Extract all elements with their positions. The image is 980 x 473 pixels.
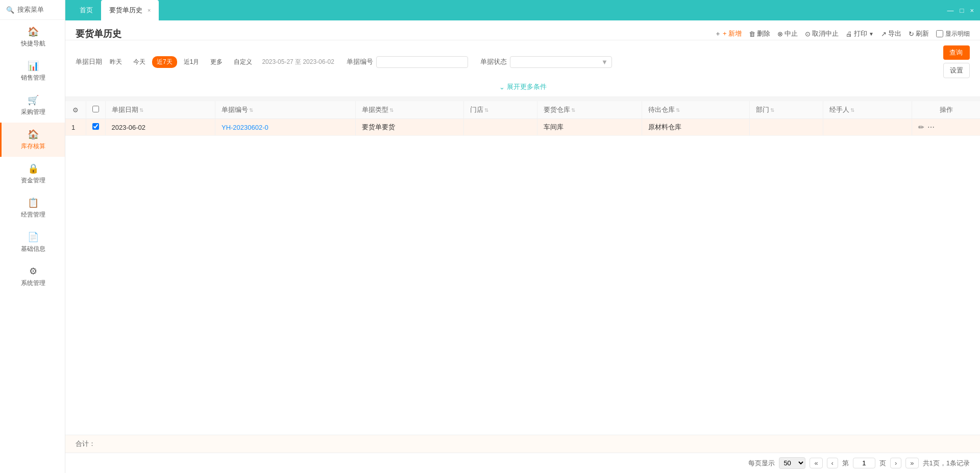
sidebar-item-basic-info[interactable]: 📄 基础信息 <box>0 225 65 259</box>
new-button[interactable]: ＋ + 新增 <box>715 29 742 38</box>
stop-button[interactable]: ⊗ 中止 <box>777 29 798 38</box>
sort-icon-handler[interactable]: ⇅ <box>850 107 854 113</box>
sidebar: 🔍 搜索菜单 🏠 快捷导航📊 销售管理🛒 采购管理🏠 库存核算🔒 资金管理📋 经… <box>0 0 65 473</box>
table-row[interactable]: 12023-06-02YH-20230602-0要货单要货车间库原材料仓库 ✏ … <box>65 119 980 136</box>
status-select[interactable] <box>510 56 612 68</box>
col-doc_number[interactable]: 单据编号⇅ <box>215 101 355 119</box>
tab-home[interactable]: 首页 <box>71 0 101 20</box>
col-department[interactable]: 部门⇅ <box>750 101 823 119</box>
window-close-button[interactable]: × <box>970 7 974 14</box>
prev-page-button[interactable]: ‹ <box>827 458 838 468</box>
col-store[interactable]: 门店⇅ <box>464 101 537 119</box>
row-doc-number-0[interactable]: YH-20230602-0 <box>215 119 355 136</box>
cancel-stop-button[interactable]: ⊙ 取消中止 <box>805 29 839 38</box>
expand-more-button[interactable]: ⌄ 展开更多条件 <box>76 82 970 91</box>
quick-nav-icon: 🏠 <box>28 26 39 37</box>
row-edit-icon-0[interactable]: ✏ <box>918 123 924 131</box>
next-page-button[interactable]: › <box>890 458 901 468</box>
sidebar-search[interactable]: 🔍 搜索菜单 <box>0 0 65 20</box>
tab-close-requisition-history[interactable]: × <box>148 7 151 13</box>
col-handler[interactable]: 经手人⇅ <box>823 101 912 119</box>
date-range: 2023-05-27 至 2023-06-02 <box>262 58 334 66</box>
table-footer: 合计： <box>65 435 980 453</box>
date-pill-自定义[interactable]: 自定义 <box>229 56 257 68</box>
tab-label-requisition-history: 要货单历史 <box>109 6 142 15</box>
sales-mgmt-label: 销售管理 <box>21 74 45 82</box>
ops-mgmt-icon: 📋 <box>28 197 39 208</box>
date-pill-今天[interactable]: 今天 <box>129 56 150 68</box>
table-settings-icon[interactable]: ⚙ <box>72 106 79 114</box>
sidebar-item-ops-mgmt[interactable]: 📋 经营管理 <box>0 191 65 225</box>
date-pill-近1月[interactable]: 近1月 <box>179 56 204 68</box>
show-detail-checkbox[interactable] <box>936 30 943 37</box>
filter-row: 单据日期 昨天今天近7天近1月更多自定义 2023-05-27 至 2023-0… <box>76 45 970 78</box>
status-label: 单据状态 <box>480 57 507 66</box>
sidebar-item-inventory[interactable]: 🏠 库存核算 <box>0 123 65 157</box>
col-label-doc_type: 单据类型 <box>362 106 388 113</box>
sort-icon-store[interactable]: ⇅ <box>484 107 488 113</box>
date-pill-近7天[interactable]: 近7天 <box>152 56 177 68</box>
window-minimize-button[interactable]: — <box>947 7 954 14</box>
delete-icon: 🗑 <box>749 30 755 38</box>
sidebar-item-sys-mgmt[interactable]: ⚙ 系统管理 <box>0 259 65 294</box>
sort-icon-doc_number[interactable]: ⇅ <box>249 107 253 113</box>
sidebar-item-sales-mgmt[interactable]: 📊 销售管理 <box>0 54 65 88</box>
topbar-right: — □ × <box>947 7 974 14</box>
row-doc-date-0: 2023-06-02 <box>105 119 215 136</box>
query-button[interactable]: 查询 <box>943 45 970 60</box>
filter-area: 单据日期 昨天今天近7天近1月更多自定义 2023-05-27 至 2023-0… <box>65 40 980 97</box>
settings-button[interactable]: 设置 <box>943 63 970 78</box>
sidebar-item-quick-nav[interactable]: 🏠 快捷导航 <box>0 20 65 54</box>
export-icon: ↗ <box>881 30 887 38</box>
sort-icon-doc_date[interactable]: ⇅ <box>139 107 143 113</box>
date-pill-昨天[interactable]: 昨天 <box>105 56 127 68</box>
page-input[interactable] <box>853 458 875 468</box>
row-req-warehouse-0: 车间库 <box>537 119 642 136</box>
export-button[interactable]: ↗ 导出 <box>881 29 901 38</box>
sort-icon-pending_warehouse[interactable]: ⇅ <box>676 107 680 113</box>
row-actions-0: ✏ ⋯ <box>912 119 980 136</box>
row-checkbox-0[interactable] <box>86 119 105 136</box>
page-size-select[interactable]: 2050100 <box>779 457 805 469</box>
print-icon: 🖨 <box>846 30 852 38</box>
col-pending_warehouse[interactable]: 待出仓库⇅ <box>642 101 750 119</box>
sidebar-item-purchase-mgmt[interactable]: 🛒 采购管理 <box>0 88 65 123</box>
col-settings[interactable]: ⚙ <box>65 101 86 119</box>
refresh-icon: ↻ <box>909 30 914 38</box>
row-more-icon-0[interactable]: ⋯ <box>927 123 935 131</box>
total-info: 共1页，1条记录 <box>923 459 970 468</box>
content: 要货单历史 ＋ + 新增 🗑 删除 ⊗ 中止 ⊙ 取消中止 <box>65 20 980 473</box>
plus-icon: ＋ <box>715 29 721 38</box>
col-doc_date[interactable]: 单据日期⇅ <box>105 101 215 119</box>
select-all-checkbox[interactable] <box>92 106 99 112</box>
sort-icon-department[interactable]: ⇅ <box>770 107 774 113</box>
col-label-pending_warehouse: 待出仓库 <box>648 106 675 113</box>
print-button[interactable]: 🖨 打印 ▼ <box>846 29 874 38</box>
window-maximize-button[interactable]: □ <box>960 7 964 14</box>
finance-mgmt-label: 资金管理 <box>21 176 45 185</box>
doc-number-input[interactable] <box>376 56 468 68</box>
sales-mgmt-icon: 📊 <box>28 60 39 72</box>
sort-icon-doc_type[interactable]: ⇅ <box>389 107 394 113</box>
show-detail-label: 显示明细 <box>945 30 970 38</box>
row-handler-0 <box>823 119 912 136</box>
basic-info-label: 基础信息 <box>21 245 45 253</box>
sidebar-item-finance-mgmt[interactable]: 🔒 资金管理 <box>0 157 65 191</box>
page-size-label: 每页显示 <box>748 459 775 468</box>
actions-col-label: 操作 <box>940 106 953 113</box>
date-pill-更多[interactable]: 更多 <box>206 56 227 68</box>
tab-requisition-history[interactable]: 要货单历史× <box>101 0 159 20</box>
status-select-wrapper: ▼ <box>510 56 612 68</box>
col-req_warehouse[interactable]: 要货仓库⇅ <box>537 101 642 119</box>
col-doc_type[interactable]: 单据类型⇅ <box>356 101 464 119</box>
chevron-down-icon: ⌄ <box>499 83 505 91</box>
show-detail-wrapper[interactable]: 显示明细 <box>936 30 970 38</box>
refresh-button[interactable]: ↻ 刷新 <box>909 29 929 38</box>
col-checkbox <box>86 101 105 119</box>
sort-icon-req_warehouse[interactable]: ⇅ <box>571 107 575 113</box>
delete-button[interactable]: 🗑 删除 <box>749 29 770 38</box>
first-page-button[interactable]: « <box>810 458 822 468</box>
inventory-icon: 🏠 <box>28 129 39 140</box>
last-page-button[interactable]: » <box>905 458 918 468</box>
doc-number-filter-group: 单据编号 <box>347 56 468 68</box>
